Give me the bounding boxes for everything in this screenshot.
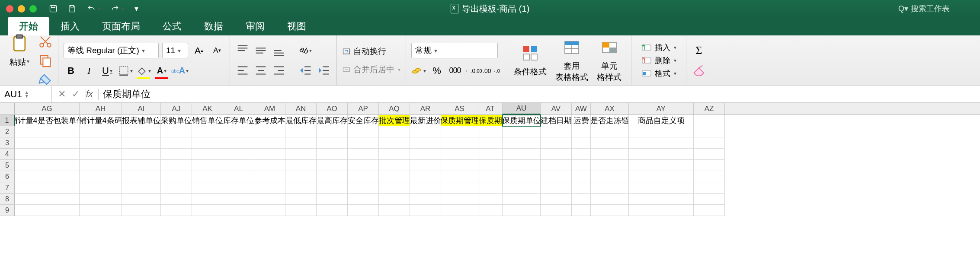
cell-AQ4[interactable]	[379, 149, 410, 160]
col-header-AL[interactable]: AL	[223, 103, 254, 114]
cell-AG2[interactable]	[15, 126, 80, 137]
cell-AL8[interactable]	[223, 194, 254, 205]
cell-AJ2[interactable]	[161, 126, 192, 137]
cell-AR9[interactable]	[410, 205, 441, 216]
cell-AP8[interactable]	[348, 194, 379, 205]
cell-styles-button[interactable]: 单元 格样式	[592, 38, 626, 83]
cell-AR4[interactable]	[410, 149, 441, 160]
cell-AP3[interactable]	[348, 137, 379, 149]
cell-AV3[interactable]	[541, 137, 572, 149]
cell-AK6[interactable]	[192, 171, 223, 182]
cell-AW9[interactable]	[572, 205, 591, 216]
phonetic-button[interactable]: abcA▾	[173, 64, 187, 78]
paste-button[interactable]: 粘贴▾	[5, 34, 34, 87]
cell-AZ2[interactable]	[694, 126, 725, 137]
accept-formula-button[interactable]: ✓	[72, 89, 80, 100]
increase-font-button[interactable]: A▴	[192, 43, 206, 58]
cell-AM4[interactable]	[254, 149, 285, 160]
col-header-AX[interactable]: AX	[591, 103, 629, 114]
cell-AH9[interactable]	[80, 205, 122, 216]
cell-AJ5[interactable]	[161, 160, 192, 171]
tab-插入[interactable]: 插入	[49, 17, 91, 35]
row-header-9[interactable]: 9	[0, 205, 15, 216]
cell-AJ8[interactable]	[161, 194, 192, 205]
cell-AK1[interactable]: 销售单位	[192, 115, 223, 126]
col-header-AW[interactable]: AW	[572, 103, 591, 114]
cell-AS2[interactable]	[441, 126, 478, 137]
cell-AO6[interactable]	[317, 171, 348, 182]
cell-AM8[interactable]	[254, 194, 285, 205]
tab-开始[interactable]: 开始	[8, 17, 49, 35]
cell-AR6[interactable]	[410, 171, 441, 182]
cell-AT5[interactable]	[478, 160, 503, 171]
format-painter-button[interactable]	[38, 72, 53, 87]
undo-button[interactable]: ▾	[87, 4, 100, 13]
cell-AV5[interactable]	[541, 160, 572, 171]
cell-AY1[interactable]: 商品自定义项	[629, 115, 694, 126]
cell-AT9[interactable]	[478, 205, 503, 216]
cell-AW5[interactable]	[572, 160, 591, 171]
cell-AY3[interactable]	[629, 137, 694, 149]
cell-AU7[interactable]	[503, 182, 541, 194]
cell-AK8[interactable]	[192, 194, 223, 205]
row-header-3[interactable]: 3	[0, 137, 15, 149]
cell-AY7[interactable]	[629, 182, 694, 194]
cell-AX7[interactable]	[591, 182, 629, 194]
cell-AZ6[interactable]	[694, 171, 725, 182]
cell-AR1[interactable]: 最新进价	[410, 115, 441, 126]
cell-AI2[interactable]	[122, 126, 161, 137]
cell-AR5[interactable]	[410, 160, 441, 171]
cell-AL5[interactable]	[223, 160, 254, 171]
tab-视图[interactable]: 视图	[276, 17, 317, 35]
tab-页面布局[interactable]: 页面布局	[91, 17, 151, 35]
cell-AV4[interactable]	[541, 149, 572, 160]
cell-AG7[interactable]	[15, 182, 80, 194]
cell-AZ7[interactable]	[694, 182, 725, 194]
cell-AK2[interactable]	[192, 126, 223, 137]
currency-button[interactable]: ▾	[411, 64, 426, 78]
col-header-AQ[interactable]: AQ	[379, 103, 410, 114]
col-header-AR[interactable]: AR	[410, 103, 441, 114]
cell-AX9[interactable]	[591, 205, 629, 216]
cell-AW2[interactable]	[572, 126, 591, 137]
cell-AT1[interactable]: 保质期	[478, 115, 503, 126]
cell-AX1[interactable]: 是否走冻链	[591, 115, 629, 126]
cell-AP7[interactable]	[348, 182, 379, 194]
cell-AU9[interactable]	[503, 205, 541, 216]
font-size-select[interactable]: 11	[162, 43, 188, 58]
row-header-7[interactable]: 7	[0, 182, 15, 194]
format-cells-button[interactable]: 格式▾	[641, 68, 676, 79]
cell-AQ6[interactable]	[379, 171, 410, 182]
cell-AT4[interactable]	[478, 149, 503, 160]
search-input[interactable]	[911, 4, 971, 13]
cell-AU8[interactable]	[503, 194, 541, 205]
cell-AP4[interactable]	[348, 149, 379, 160]
cell-AQ8[interactable]	[379, 194, 410, 205]
cell-AO4[interactable]	[317, 149, 348, 160]
cell-AW6[interactable]	[572, 171, 591, 182]
cell-AO1[interactable]: 最高库存	[317, 115, 348, 126]
cell-AJ7[interactable]	[161, 182, 192, 194]
cell-AX2[interactable]	[591, 126, 629, 137]
save-button[interactable]	[68, 4, 77, 13]
cell-AN6[interactable]	[285, 171, 317, 182]
cell-AG3[interactable]	[15, 137, 80, 149]
cell-AQ5[interactable]	[379, 160, 410, 171]
cell-AY8[interactable]	[629, 194, 694, 205]
cancel-formula-button[interactable]: ✕	[58, 89, 66, 100]
cell-AJ9[interactable]	[161, 205, 192, 216]
align-middle-button[interactable]	[253, 43, 268, 58]
cell-AH6[interactable]	[80, 171, 122, 182]
cell-AQ3[interactable]	[379, 137, 410, 149]
borders-button[interactable]: ▾	[118, 64, 133, 78]
cell-AZ3[interactable]	[694, 137, 725, 149]
cell-AV8[interactable]	[541, 194, 572, 205]
cell-AJ4[interactable]	[161, 149, 192, 160]
col-header-AM[interactable]: AM	[254, 103, 285, 114]
cell-AX3[interactable]	[591, 137, 629, 149]
cell-AG9[interactable]	[15, 205, 80, 216]
qat-customize-button[interactable]: ▾	[135, 4, 138, 13]
cell-AR8[interactable]	[410, 194, 441, 205]
cell-AP9[interactable]	[348, 205, 379, 216]
font-color-button[interactable]: A▾	[154, 64, 169, 78]
